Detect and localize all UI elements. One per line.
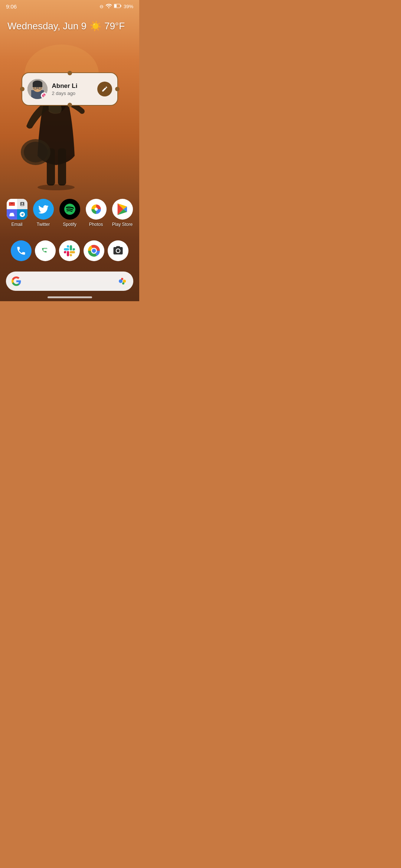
contact-info: Abner Li 2 days ago [52, 82, 93, 96]
status-icons: ⊖ 39% [100, 4, 133, 9]
app-label-play-store: Play Store [112, 222, 133, 227]
weather-temp: 79°F [104, 20, 125, 32]
photos-icon [86, 199, 107, 220]
app-item-photos[interactable]: Photos [86, 199, 107, 227]
nav-indicator [48, 296, 92, 298]
svg-point-7 [24, 142, 48, 162]
wallpaper-figure [21, 37, 102, 223]
twitter-icon [33, 199, 54, 220]
status-bar: 9:06 ⊖ 39% [0, 0, 139, 10]
widget-handle-top[interactable] [68, 71, 72, 75]
widget-handle-left[interactable] [20, 87, 25, 91]
contact-edit-button[interactable] [97, 82, 112, 96]
phone2-icon [35, 240, 56, 261]
play-store-icon [112, 199, 133, 220]
app-label-spotify: Spotify [63, 222, 76, 227]
svg-point-22 [39, 245, 51, 257]
phone-icon [11, 240, 32, 261]
date-weather-widget: Wednesday, Jun 9 ☀️ 79°F [7, 20, 125, 32]
app-item-chrome[interactable] [84, 240, 104, 261]
app-item-camera[interactable] [108, 240, 128, 261]
contact-name: Abner Li [52, 82, 93, 90]
app-item-slack[interactable] [59, 240, 80, 261]
contact-widget[interactable]: Abner Li 2 days ago [22, 72, 118, 106]
app-label-email: Email [11, 222, 22, 227]
app-label-twitter: Twitter [37, 222, 50, 227]
app-item-twitter[interactable]: Twitter [33, 199, 54, 227]
svg-point-28 [121, 278, 123, 280]
google-assistant-icon[interactable] [117, 276, 128, 287]
app-item-phone[interactable] [11, 240, 32, 261]
status-time: 9:06 [6, 3, 17, 10]
svg-point-9 [38, 184, 75, 190]
google-search-bar[interactable] [6, 272, 133, 291]
weather-sun-icon: ☀️ [89, 20, 101, 32]
spotify-icon [59, 199, 80, 220]
chrome-icon [84, 240, 104, 261]
app-item-phone2[interactable] [35, 240, 56, 261]
battery-icon [114, 4, 121, 9]
svg-rect-17 [33, 83, 42, 87]
svg-point-29 [122, 282, 124, 285]
svg-point-27 [123, 280, 126, 283]
svg-rect-5 [58, 148, 66, 185]
inbox-sub-icon [17, 199, 27, 209]
contact-time: 2 days ago [52, 91, 93, 96]
camera-icon [108, 240, 128, 261]
discord-sub-icon [7, 209, 17, 220]
contact-avatar [27, 79, 48, 99]
gmail-sub-icon [7, 199, 17, 209]
svg-point-21 [94, 208, 98, 211]
battery-percent: 39% [124, 4, 133, 9]
app-row-1: Email Twitter Spotify [0, 199, 139, 227]
app-item-play-store[interactable]: Play Store [112, 199, 133, 227]
google-g-logo [11, 276, 22, 286]
widget-handle-right[interactable] [115, 87, 120, 91]
slack-badge [41, 92, 48, 99]
app-dock [0, 240, 139, 261]
dnd-icon: ⊖ [100, 4, 104, 9]
wifi-icon [106, 4, 112, 9]
app-item-spotify[interactable]: Spotify [59, 199, 80, 227]
telegram-sub-icon [17, 209, 27, 220]
svg-point-25 [92, 249, 96, 253]
slack-icon [59, 240, 80, 261]
widget-handle-bottom[interactable] [68, 103, 72, 107]
svg-rect-12 [120, 5, 121, 7]
email-icon [7, 199, 27, 220]
app-label-photos: Photos [89, 222, 103, 227]
date-text: Wednesday, Jun 9 [7, 20, 87, 32]
svg-rect-11 [114, 4, 117, 7]
app-item-email[interactable]: Email [7, 199, 27, 227]
